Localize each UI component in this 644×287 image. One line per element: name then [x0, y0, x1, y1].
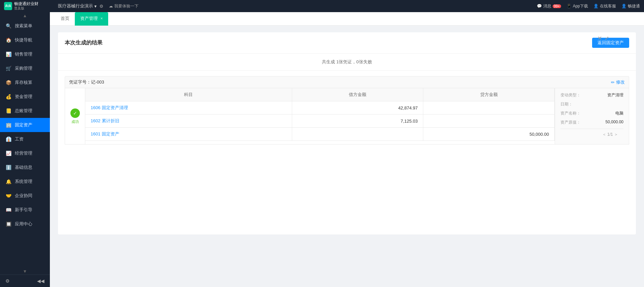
subject-cell-2: 1602 累计折旧 [85, 115, 292, 128]
credit-cell-3: 50,000.00 [423, 128, 555, 141]
sidebar-item-inventory[interactable]: 📦 库存核算 [0, 75, 50, 90]
top-header: AtA 畅捷通好业财 普及版 医疗器械行业演示 ▾ ⚙ ☁ 我要体验一下 💬 消… [0, 0, 644, 12]
pagination: ＜ 1/1 ＞ [560, 129, 623, 140]
original-value-value: 50,000.00 [606, 120, 623, 125]
success-indicator: ✓ 成功 [68, 106, 83, 127]
user-item[interactable]: 👤 畅捷通 [621, 3, 640, 9]
app-version: 普及版 [14, 6, 38, 11]
sidebar-item-sales[interactable]: 📊 销售管理 [0, 47, 50, 61]
credit-cell-1 [423, 101, 555, 115]
table-row: 1602 累计折旧 7,125.03 [85, 115, 555, 128]
sidebar-label-fixed-assets: 固定资产 [15, 122, 32, 128]
credit-cell-2 [423, 115, 555, 128]
sidebar-scroll-up[interactable]: ▲ [0, 12, 50, 19]
sidebar-item-enterprise[interactable]: 🤝 企业协同 [0, 189, 50, 203]
subject-cell-1: 1606 固定资产清理 [85, 101, 292, 115]
prev-page-button[interactable]: ＜ [602, 132, 606, 137]
sidebar-item-guide[interactable]: 📖 新手引导 [0, 203, 50, 217]
date-label: 日期： [560, 101, 573, 107]
sidebar: ▲ 🔍 搜索菜单 🏠 快捷导航 📊 销售管理 🛒 采购管理 📦 库存核算 [0, 12, 50, 287]
message-badge: 99+ [553, 4, 561, 8]
app-download-label: App下载 [573, 3, 588, 9]
voucher-header: 凭证字号：记-003 ✏ 修改 [65, 76, 629, 88]
fixed-assets-icon: 🏢 [5, 122, 11, 128]
col-subject: 科目 [85, 88, 292, 101]
sales-icon: 📊 [5, 51, 11, 57]
voucher-info-panel: 变动类型： 资产清理 日期： 资产名称： 电脑 [555, 88, 629, 144]
debit-cell-1: 42,874.97 [292, 101, 423, 115]
settings-icon[interactable]: ⚙ [5, 278, 10, 284]
debit-cell-3 [292, 128, 423, 141]
gear-icon[interactable]: ⚙ [99, 4, 103, 9]
logo-area: AtA 畅捷通好业财 普及版 [4, 1, 54, 11]
sidebar-item-operations[interactable]: 📈 经营管理 [0, 146, 50, 160]
experience-item[interactable]: ☁ 我要体验一下 [109, 3, 139, 9]
sidebar-item-basics[interactable]: ℹ️ 基础信息 [0, 160, 50, 174]
tab-bar: 首页 资产管理 × [50, 12, 644, 26]
sidebar-label-search: 搜索菜单 [15, 23, 32, 29]
header-center: 医疗器械行业演示 ▾ ⚙ ☁ 我要体验一下 [54, 3, 537, 9]
result-panel: 本次生成的结果 返回固定资产 ✕ ⤢ 共生成 1张凭证，0张失败 [58, 32, 636, 234]
sidebar-label-app-center: 应用中心 [15, 221, 32, 227]
table-row: 1606 固定资产清理 42,874.97 [85, 101, 555, 115]
content-area: 首页 资产管理 × 本次生成的结果 返回固定资产 ✕ ⤢ [50, 12, 644, 287]
tab-close-icon[interactable]: × [100, 16, 103, 21]
success-icon: ✓ [70, 108, 80, 118]
company-dropdown[interactable]: 医疗器械行业演示 ▾ [58, 3, 97, 9]
tab-asset-mgmt-label: 资产管理 [80, 15, 98, 22]
edit-icon: ✏ [611, 80, 615, 85]
voucher-table: 科目 借方金额 贷方金额 1606 固定资产清理 42,874.97 [85, 88, 555, 144]
collapse-icon[interactable]: ◀◀ [37, 278, 44, 284]
service-icon: 👤 [593, 4, 599, 8]
experience-text: 我要体验一下 [114, 3, 139, 9]
operations-icon: 📈 [5, 150, 11, 156]
info-row-date: 日期： [560, 101, 623, 107]
col-credit: 贷方金额 [423, 88, 555, 101]
summary-text: 共生成 1张凭证，0张失败 [322, 59, 372, 64]
success-text: 成功 [71, 119, 79, 124]
edit-voucher-button[interactable]: ✏ 修改 [611, 79, 625, 85]
sidebar-item-quick-nav[interactable]: 🏠 快捷导航 [0, 33, 50, 47]
sidebar-item-ledger[interactable]: 📒 总账管理 [0, 104, 50, 118]
sidebar-item-search[interactable]: 🔍 搜索菜单 [0, 19, 50, 33]
sidebar-label-enterprise: 企业协同 [15, 193, 32, 199]
sidebar-label-inventory: 库存核算 [15, 79, 32, 86]
app-name: 畅捷通好业财 [14, 1, 38, 6]
expand-panel-button[interactable]: ⤢ [605, 35, 609, 41]
sidebar-label-guide: 新手引导 [15, 207, 32, 213]
close-panel-button[interactable]: ✕ [597, 35, 602, 41]
asset-name-value: 电脑 [615, 110, 623, 116]
payroll-icon: 👔 [5, 136, 11, 142]
sidebar-item-app-center[interactable]: 🔲 应用中心 [0, 217, 50, 231]
page-info: 1/1 [607, 132, 614, 137]
sidebar-item-purchase[interactable]: 🛒 采购管理 [0, 61, 50, 75]
sidebar-item-fixed-assets[interactable]: 🏢 固定资产 [0, 118, 50, 132]
info-row-change-type: 变动类型： 资产清理 [560, 92, 623, 98]
sidebar-scroll-down[interactable]: ▼ [0, 268, 50, 275]
home-icon: 🏠 [5, 37, 11, 43]
summary-bar: 共生成 1张凭证，0张失败 [58, 54, 636, 71]
app-download-item[interactable]: 📱 App下载 [566, 3, 588, 9]
message-item[interactable]: 💬 消息 99+ [537, 3, 561, 9]
sidebar-label-ledger: 总账管理 [15, 108, 32, 114]
sidebar-item-payroll[interactable]: 👔 工资 [0, 132, 50, 146]
logo-icon: AtA [4, 2, 12, 10]
page-content: 本次生成的结果 返回固定资产 ✕ ⤢ 共生成 1张凭证，0张失败 [50, 26, 644, 287]
tab-home[interactable]: 首页 [55, 12, 75, 26]
customer-service-item[interactable]: 👤 在线客服 [593, 3, 616, 9]
change-type-label: 变动类型： [560, 92, 581, 98]
table-row: 1601 固定资产 50,000.00 [85, 128, 555, 141]
info-row-original-value: 资产原值： 50,000.00 [560, 120, 623, 125]
next-page-button[interactable]: ＞ [614, 132, 618, 137]
user-icon: 👤 [621, 4, 626, 8]
sidebar-item-system[interactable]: 🔔 系统管理 [0, 174, 50, 189]
message-icon: 💬 [537, 4, 542, 8]
main-layout: ▲ 🔍 搜索菜单 🏠 快捷导航 📊 销售管理 🛒 采购管理 📦 库存核算 [0, 12, 644, 287]
basics-icon: ℹ️ [5, 164, 11, 170]
col-debit: 借方金额 [292, 88, 423, 101]
tab-asset-mgmt[interactable]: 资产管理 × [75, 12, 108, 26]
sidebar-label-basics: 基础信息 [15, 164, 32, 170]
asset-name-label: 资产名称： [560, 110, 581, 116]
sidebar-item-funds[interactable]: 💰 资金管理 [0, 90, 50, 104]
panel-header: 本次生成的结果 返回固定资产 [58, 32, 636, 54]
